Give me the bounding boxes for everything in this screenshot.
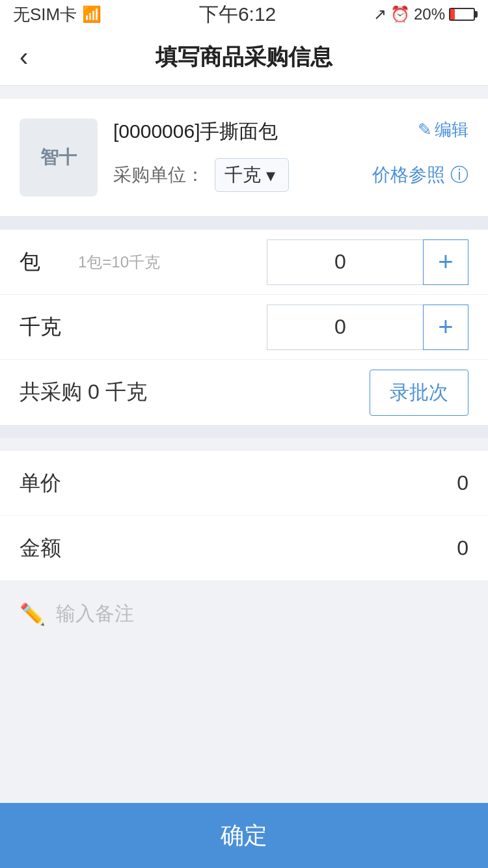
unit-dropdown[interactable]: 千克 ▾ (215, 158, 289, 192)
input-section: 包 1包=10千克 + 千克 + (0, 230, 488, 360)
product-name: [0000006]手撕面包 (113, 118, 418, 145)
note-section[interactable]: ✏️ 输入备注 (0, 581, 488, 647)
status-time: 下午6:12 (199, 1, 276, 28)
page-title: 填写商品采购信息 (156, 42, 332, 72)
alarm-icon: ⏰ (390, 5, 410, 23)
kg-label: 千克 (20, 313, 72, 342)
battery-percent: 20% (414, 5, 445, 23)
kg-input[interactable] (267, 305, 423, 350)
kg-input-row: 千克 + (0, 295, 488, 360)
wifi-icon: 📶 (82, 5, 102, 23)
dropdown-arrow-icon: ▾ (266, 165, 275, 186)
battery-icon (449, 8, 475, 21)
pack-sublabel: 1包=10千克 (78, 252, 267, 273)
section-divider-2 (0, 425, 488, 438)
kg-plus-button[interactable]: + (423, 305, 468, 350)
location-icon: ↗ (373, 5, 386, 23)
pack-plus-button[interactable]: + (423, 239, 468, 285)
pencil-icon: ✏️ (20, 602, 46, 627)
status-right: ↗ ⏰ 20% (373, 5, 475, 23)
price-section: 单价 0 金额 0 (0, 451, 488, 581)
unit-price-row: 单价 0 (0, 451, 488, 516)
product-header: [0000006]手撕面包 ✎ 编辑 (113, 118, 468, 145)
unit-value: 千克 (224, 163, 261, 187)
info-icon: ⓘ (450, 163, 468, 187)
amount-label: 金额 (20, 534, 61, 563)
confirm-button[interactable]: 确定 (0, 803, 488, 868)
section-divider-1 (0, 217, 488, 230)
purchase-unit-row: 采购单位： 千克 ▾ 价格参照 ⓘ (113, 158, 468, 192)
edit-label: 编辑 (435, 118, 468, 141)
back-button[interactable]: ‹ (20, 42, 28, 72)
note-placeholder: 输入备注 (56, 601, 134, 627)
batch-button[interactable]: 录批次 (370, 370, 468, 416)
price-ref-button[interactable]: 价格参照 ⓘ (372, 163, 468, 187)
product-card: 智十 [0000006]手撕面包 ✎ 编辑 采购单位： 千克 ▾ 价格参照 ⓘ (0, 99, 488, 217)
price-ref-label: 价格参照 (372, 163, 445, 187)
summary-text: 共采购 0 千克 (20, 378, 147, 407)
pack-input-wrap: + (267, 239, 468, 285)
edit-button[interactable]: ✎ 编辑 (418, 118, 468, 141)
product-info: [0000006]手撕面包 ✎ 编辑 采购单位： 千克 ▾ 价格参照 ⓘ (113, 118, 468, 192)
pack-input-row: 包 1包=10千克 + (0, 230, 488, 295)
summary-row: 共采购 0 千克 录批次 (0, 360, 488, 425)
pack-input[interactable] (267, 239, 423, 285)
status-left: 无SIM卡 📶 (13, 3, 102, 26)
carrier-text: 无SIM卡 (13, 3, 77, 26)
status-bar: 无SIM卡 📶 下午6:12 ↗ ⏰ 20% (0, 0, 488, 29)
unit-label: 采购单位： (113, 163, 204, 187)
pack-label: 包 (20, 248, 72, 277)
edit-icon: ✎ (418, 120, 432, 140)
unit-price-label: 单价 (20, 469, 61, 498)
nav-bar: ‹ 填写商品采购信息 (0, 29, 488, 86)
amount-value: 0 (457, 536, 468, 560)
product-image: 智十 (20, 118, 98, 197)
unit-price-value: 0 (457, 471, 468, 495)
kg-input-wrap: + (267, 305, 468, 350)
product-logo: 智十 (40, 145, 77, 170)
amount-row: 金额 0 (0, 516, 488, 581)
